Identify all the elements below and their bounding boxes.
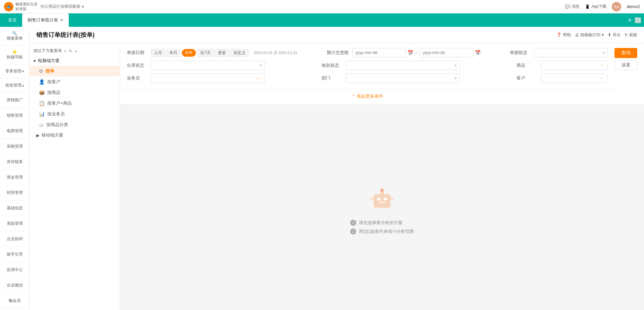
template-print-button[interactable]: 🖨 按模板打印 ▾ <box>575 32 604 38</box>
tab-sales-order-stats[interactable]: 销售订单统计表 ✕ <box>22 13 69 27</box>
app-download-action[interactable]: 📱 App下载 <box>585 4 606 9</box>
date-last-7-days[interactable]: 近7天 <box>197 49 214 57</box>
filter-layout: 按以下方案查询 + ✎ « ▾ 电脑端方案 ⊙ 按单 👤 <box>30 43 644 310</box>
date-this-year[interactable]: 本年 <box>182 49 196 57</box>
sidebar-item-ops-mgmt[interactable]: 经营管理 <box>0 185 29 201</box>
salesperson-dropdown[interactable]: ··· <box>151 73 265 83</box>
settings-button[interactable]: 设置 <box>614 60 637 70</box>
sidebar-item-purchase-mgmt[interactable]: 采购管理 <box>0 139 29 154</box>
help-label: 帮助 <box>563 32 571 38</box>
username[interactable]: demo2 <box>627 4 640 9</box>
retail-arrow: ▾ <box>22 69 24 73</box>
scheme-add-button[interactable]: + <box>64 48 66 54</box>
sidebar-item-app-center[interactable]: 应用中心 <box>0 262 29 278</box>
help-button[interactable]: ❓ 帮助 <box>556 32 571 38</box>
scheme-group-mobile-title[interactable]: ▶ 移动端方案 <box>30 130 120 140</box>
search-icon: 🔍 <box>12 31 17 36</box>
sidebar-item-enterprise-wechat[interactable]: 企业微信 <box>0 278 29 293</box>
filter-content: 单据日期 上月 本月 本年 近7天 更多 自定义 <box>120 43 644 310</box>
customer-dots[interactable]: ··· <box>598 75 605 81</box>
filter-row-2: 出库状态 ▾ 收款状态 ▾ <box>127 61 608 70</box>
sidebar-item-enterprise-collab[interactable]: 企业协同 <box>0 231 29 247</box>
logo-line1: 畅捷通好生意 <box>15 2 38 6</box>
ops-mgmt-label: 经营管理 <box>7 190 23 195</box>
new-guide-label: 新手引导 <box>7 252 23 257</box>
sidebar-item-basic-info[interactable]: 基础信息 <box>0 201 29 216</box>
delivery-status-label: 出库状态 <box>127 62 147 68</box>
sidebar-item-member[interactable]: 畅会员 <box>0 293 29 309</box>
message-action[interactable]: 💬 消息 <box>565 4 580 9</box>
by-cust-prod-icon: 📋 <box>39 101 45 106</box>
date-last-month[interactable]: 上月 <box>151 49 165 57</box>
query-button[interactable]: 查询 <box>614 48 637 58</box>
scheme-item-by-customer[interactable]: 👤 按客户 <box>30 76 120 87</box>
retail-label: 零售管理 <box>5 68 21 74</box>
status-dropdown[interactable]: ▾ <box>534 48 608 57</box>
tab-home-label: 首页 <box>8 17 17 23</box>
query-btn-wrap: 查询 设置 <box>614 43 644 75</box>
tab-home[interactable]: 首页 <box>3 13 22 27</box>
delivery-cal-icon-end[interactable]: 📅 <box>475 50 481 55</box>
sidebar-item-marketing[interactable]: 营销推广 <box>0 93 29 108</box>
scheme-collapse-button[interactable]: « <box>74 48 77 54</box>
scheme-item-by-product[interactable]: 📦 按商品 <box>30 87 120 98</box>
tab-close-icon[interactable]: ✕ <box>60 18 63 22</box>
department-label: 部门 <box>322 75 342 81</box>
customer-dropdown[interactable]: ··· <box>541 73 608 83</box>
product-dropdown[interactable]: ··· <box>541 61 608 70</box>
scheme-item-by-order[interactable]: ⊙ 按单 <box>30 66 120 76</box>
sidebar-item-sales-mgmt[interactable]: 销售管理 <box>0 108 29 123</box>
delivery-date-start[interactable] <box>353 48 406 57</box>
scheme-edit-button[interactable]: ✎ <box>68 48 72 54</box>
date-custom[interactable]: 自定义 <box>230 49 249 57</box>
sidebar-item-system-mgmt[interactable]: 系统管理 <box>0 216 29 231</box>
scheme-item-by-product-category[interactable]: 🗂 按商品分类 <box>30 119 120 130</box>
breadcrumb[interactable]: 办公用品行业模拟账套 ▾ <box>40 4 84 9</box>
delivery-date-end[interactable] <box>420 48 474 57</box>
sidebar-item-quick-nav[interactable]: ⭐ 快捷导航 <box>0 46 29 64</box>
empty-tip-2: 2 用[过滤]条件来缩小分析范围 <box>350 228 414 235</box>
date-more[interactable]: 更多 <box>215 49 229 57</box>
dropdown-label[interactable]: 办公用品行业模拟账套 <box>40 4 80 9</box>
collapse-button[interactable]: ⌃ 收起更多条件 <box>352 91 383 102</box>
scheme-group-pc-title[interactable]: ▾ 电脑端方案 <box>30 56 120 66</box>
date-this-month[interactable]: 本月 <box>166 49 180 57</box>
export-button[interactable]: ⬆ 导出 <box>608 32 621 38</box>
sidebar-item-new-guide[interactable]: 新手引导 <box>0 247 29 262</box>
sidebar-item-search-menu[interactable]: 🔍 搜索菜单 <box>0 27 29 46</box>
tab-close-all-icon[interactable]: ✕ <box>628 17 632 23</box>
sidebar-item-inventory[interactable]: 库存核算 <box>0 154 29 170</box>
by-order-icon: ⊙ <box>39 68 43 74</box>
product-dots[interactable]: ··· <box>598 62 605 68</box>
scheme-title: 按以下方案查询 <box>34 48 62 54</box>
svg-rect-1 <box>377 198 380 200</box>
status-arrow: ▾ <box>603 51 605 55</box>
sidebar-item-ecom-mgmt[interactable]: 电商管理 <box>0 123 29 139</box>
sidebar-item-finance-mgmt[interactable]: 资金管理 <box>0 170 29 185</box>
sidebar-item-wholesale-mgmt[interactable]: 批发管理 ▴ <box>0 79 29 93</box>
dropdown-arrow: ▾ <box>82 4 84 9</box>
svg-rect-0 <box>374 194 390 208</box>
svg-rect-2 <box>384 198 387 200</box>
date-label: 单据日期 <box>127 50 147 56</box>
tip-label-1: 请先选择要分析的方案 <box>359 220 402 226</box>
by-product-label: 按商品 <box>47 90 60 96</box>
delivery-cal-icon-start[interactable]: 📅 <box>408 50 413 55</box>
sidebar-item-retail-mgmt[interactable]: 零售管理 ▾ <box>0 64 29 79</box>
payment-status-label: 收款状态 <box>322 62 342 68</box>
payment-status-dropdown[interactable]: ▾ <box>346 61 460 70</box>
page-header: 销售订单统计表(按单) ❓ 帮助 🖨 按模板打印 ▾ ⬆ 导出 ↻ 刷新 <box>30 27 644 43</box>
salesperson-dots[interactable]: ··· <box>255 75 262 81</box>
scheme-panel: 按以下方案查询 + ✎ « ▾ 电脑端方案 ⊙ 按单 👤 <box>30 43 120 310</box>
scheme-item-by-customer-product[interactable]: 📋 按客户+商品 <box>30 98 120 109</box>
product-label: 商品 <box>517 62 537 68</box>
page-header-actions: ❓ 帮助 🖨 按模板打印 ▾ ⬆ 导出 ↻ 刷新 <box>556 32 637 42</box>
scheme-item-by-salesperson[interactable]: 📊 按业务员 <box>30 109 120 119</box>
department-dropdown[interactable]: ▾ <box>346 73 460 83</box>
delivery-status-dropdown[interactable]: ▾ <box>151 61 265 70</box>
status-label: 单据状态 <box>510 50 530 56</box>
sidebar-quicknav-label: 快捷导航 <box>0 54 29 60</box>
refresh-button[interactable]: ↻ 刷新 <box>625 32 637 38</box>
tab-maximize-icon[interactable]: ⬜ <box>635 17 641 23</box>
expected-delivery-field: 📅 — 📅 <box>353 48 481 57</box>
